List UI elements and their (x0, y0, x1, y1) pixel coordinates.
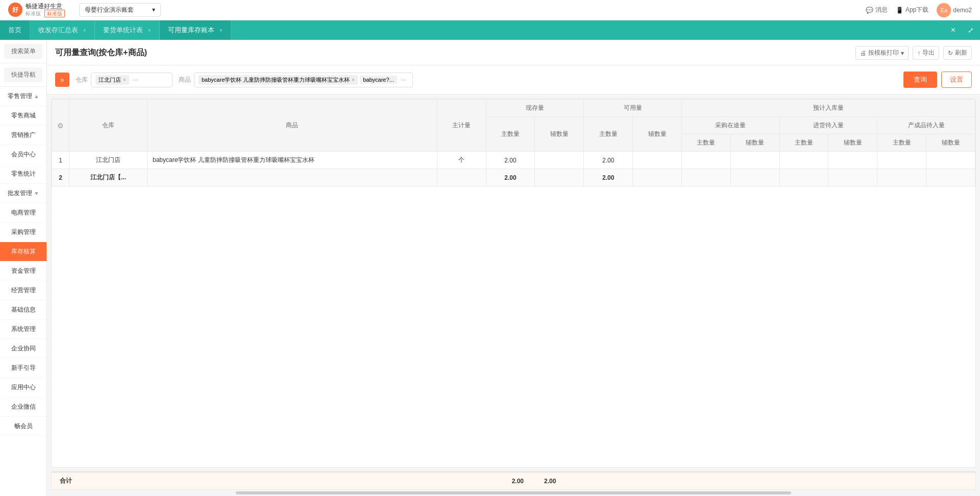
row2-unit (437, 169, 486, 186)
export-icon: ↑ (917, 50, 920, 57)
logo-text-block: 畅捷通好生意 标准版 标准版 (26, 3, 65, 17)
horizontal-scrollbar[interactable] (47, 490, 980, 496)
refresh-label: 刷新 (955, 49, 967, 57)
product-filter-group: 商品 babycare学饮杯 儿童防摔防撞吸管杯重力球吸嘴杯宝宝水杯 × bab… (179, 73, 413, 87)
logo-text: 畅捷通好生意 (26, 3, 65, 10)
settings-btn[interactable]: 设置 (941, 72, 972, 88)
nav-expand-btn[interactable]: ⤢ (962, 20, 980, 40)
tab-home[interactable]: 首页 (0, 20, 30, 40)
page-header: 可用量查询(按仓库+商品) 🖨 按模板打印 ▾ ↑ 导出 ↻ 刷新 (47, 40, 980, 65)
col-inbound-aux-header: 辅数量 (828, 134, 877, 152)
row1-index: 1 (52, 152, 69, 169)
query-btn[interactable]: 查询 (903, 72, 937, 88)
filter-bar: » 仓库 江北门店 × ··· 商品 babycare学饮杯 儿童防摔防撞吸管杯… (47, 65, 980, 95)
table-row: 2 江北门店【... 2.00 2.00 (52, 169, 975, 186)
app-download-btn[interactable]: 📱 App下载 (896, 6, 928, 14)
total-avail-main: 2.00 (544, 478, 556, 485)
sidebar-item-ecommerce[interactable]: 电商管理 (0, 203, 46, 223)
sidebar-item-vip[interactable]: 畅会员 (0, 417, 46, 436)
export-btn[interactable]: ↑ 导出 (913, 46, 939, 60)
row1-warehouse: 江北门店 (69, 152, 148, 169)
inventory-tab-close[interactable]: × (219, 28, 223, 33)
col-unit-header: 主计量 (437, 100, 486, 152)
logo-icon: 好 (8, 3, 22, 17)
sidebar-item-purchase[interactable]: 采购管理 (0, 223, 46, 242)
sidebar-item-wholesale-mgmt[interactable]: 批发管理 ▼ (0, 184, 46, 203)
row1-stock-aux (535, 152, 584, 169)
print-btn[interactable]: 🖨 按模板打印 ▾ (855, 46, 909, 60)
avatar: Ea (937, 3, 951, 17)
table-settings-icon[interactable]: ⚙ (57, 122, 64, 130)
quick-nav-btn[interactable]: 快捷导航 (4, 67, 42, 82)
orders-tab-close[interactable]: × (148, 28, 151, 33)
col-warehouse-header: 仓库 (69, 100, 148, 152)
sidebar-item-enterprise[interactable]: 企业协同 (0, 339, 46, 359)
member-center-label: 会员中心 (11, 150, 36, 159)
product-filter-tag1: babycare学饮杯 儿童防摔防撞吸管杯重力球吸嘴杯宝宝水杯 × (199, 75, 358, 85)
warehouse-filter-dots[interactable]: ··· (131, 76, 140, 83)
marketing-label: 营销推广 (11, 131, 36, 139)
message-btn[interactable]: 💬 消息 (866, 6, 888, 14)
sidebar-item-system[interactable]: 系统管理 (0, 320, 46, 339)
footer-total: 合计 2.00 2.00 (51, 471, 976, 490)
sidebar-item-operations[interactable]: 经营管理 (0, 281, 46, 300)
search-menu-btn[interactable]: 搜索菜单 (4, 44, 42, 59)
sidebar-item-new-guide[interactable]: 新手引导 (0, 359, 46, 378)
col-purchase-main-header: 主数量 (681, 134, 730, 152)
print-label: 按模板打印 (868, 49, 899, 57)
tab-orders[interactable]: 要货单统计表 × (95, 20, 160, 40)
row1-avail-main: 2.00 (584, 152, 633, 169)
ecommerce-label: 电商管理 (11, 208, 36, 217)
finance-label: 资金管理 (11, 267, 36, 275)
tab-inventory[interactable]: 可用量库存账本 × (160, 20, 231, 40)
sidebar-item-marketing[interactable]: 营销推广 (0, 126, 46, 145)
system-label: 系统管理 (11, 325, 36, 334)
warehouse-filter-tag: 江北门店 × (95, 75, 129, 85)
row2-purchase-main (681, 169, 730, 186)
vip-label: 畅会员 (14, 422, 33, 431)
warehouse-tag-remove[interactable]: × (123, 77, 126, 83)
sidebar-item-member-center[interactable]: 会员中心 (0, 145, 46, 164)
sidebar-item-basic-info[interactable]: 基础信息 (0, 300, 46, 320)
row1-inbound-main (779, 152, 828, 169)
sidebar-item-finance[interactable]: 资金管理 (0, 262, 46, 281)
top-bar: 好 畅捷通好生意 标准版 标准版 母婴行业演示账套 ▾ 💬 消息 📱 App下载… (0, 0, 980, 20)
row1-production-main (877, 152, 926, 169)
sidebar-item-retail-mall[interactable]: 零售商城 (0, 106, 46, 126)
row2-warehouse: 江北门店【... (69, 169, 148, 186)
store-selector[interactable]: 母婴行业演示账套 ▾ (79, 3, 161, 17)
sidebar-search: 搜索菜单 (0, 40, 46, 63)
row2-inbound-main (779, 169, 828, 186)
product-tag-value2: babycare?... (363, 77, 394, 83)
product-filter-input[interactable]: babycare学饮杯 儿童防摔防撞吸管杯重力球吸嘴杯宝宝水杯 × babyca… (194, 73, 413, 87)
purchase-label: 采购管理 (11, 228, 36, 237)
message-label: 消息 (875, 6, 888, 14)
warehouse-filter-input[interactable]: 江北门店 × ··· (91, 73, 173, 87)
row1-inbound-aux (828, 152, 877, 169)
filter-toggle-btn[interactable]: » (55, 73, 69, 87)
sidebar-item-retail-stats[interactable]: 零售统计 (0, 164, 46, 184)
message-icon: 💬 (866, 7, 873, 14)
print-icon: 🖨 (860, 50, 866, 57)
tab-receipts[interactable]: 收发存汇总表 × (30, 20, 95, 40)
receipts-tab-close[interactable]: × (83, 28, 86, 33)
nav-close-btn[interactable]: × (945, 20, 962, 40)
username-label: demo2 (953, 7, 972, 14)
retail-mall-label: 零售商城 (11, 111, 36, 120)
wholesale-mgmt-label: 批发管理 (8, 189, 32, 198)
new-guide-label: 新手引导 (11, 364, 36, 372)
product-tag1-remove[interactable]: × (352, 77, 355, 83)
sidebar: 搜索菜单 快捷导航 零售管理 ▲ 零售商城 营销推广 会员中心 零售统计 批发管… (0, 40, 47, 496)
col-avail-main-header: 主数量 (584, 117, 633, 152)
page-title-row: 可用量查询(按仓库+商品) 🖨 按模板打印 ▾ ↑ 导出 ↻ 刷新 (55, 46, 972, 60)
sidebar-item-inventory-check[interactable]: 库存核算 (0, 242, 46, 262)
sidebar-item-retail-mgmt[interactable]: 零售管理 ▲ (0, 87, 46, 106)
user-profile-btn[interactable]: Ea demo2 (937, 3, 972, 17)
refresh-btn[interactable]: ↻ 刷新 (943, 46, 972, 60)
sidebar-item-app-center[interactable]: 应用中心 (0, 378, 46, 397)
sidebar-item-enterprise-wechat[interactable]: 企业微信 (0, 397, 46, 417)
product-filter-dots[interactable]: ··· (399, 76, 408, 83)
table-row: 1 江北门店 babycare学饮杯 儿童防摔防撞吸管杯重力球吸嘴杯宝宝水杯 个… (52, 152, 975, 169)
row2-avail-main: 2.00 (584, 169, 633, 186)
enterprise-label: 企业协同 (11, 344, 36, 353)
